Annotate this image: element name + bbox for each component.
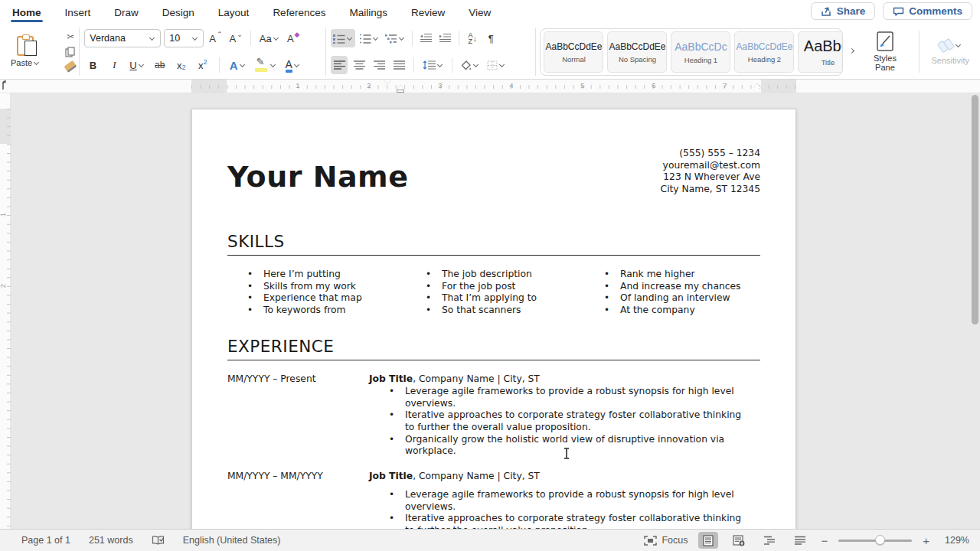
multilevel-list-icon [385, 34, 397, 44]
tab-view[interactable]: View [467, 2, 492, 23]
numbered-list-icon [359, 34, 371, 44]
skill-item: And increase my chances [584, 281, 760, 293]
align-center-button[interactable] [351, 56, 368, 74]
zoom-out-button[interactable]: − [821, 534, 828, 547]
first-line-indent-marker[interactable] [384, 80, 391, 84]
bullet-list-icon [333, 34, 345, 44]
experience-title: Job Title, Company Name | City, ST [369, 373, 760, 385]
show-paragraph-marks-button[interactable]: ¶ [482, 29, 499, 47]
line-spacing-button[interactable] [420, 56, 446, 74]
styles-pane-button[interactable]: Styles Pane [859, 31, 910, 72]
sort-button[interactable]: AZ↓ [464, 29, 481, 47]
style-normal[interactable]: AaBbCcDdEe Normal [544, 31, 603, 73]
copy-icon [65, 47, 76, 57]
zoom-slider[interactable] [838, 540, 912, 542]
print-layout-view-button[interactable] [698, 532, 718, 549]
left-indent-marker[interactable] [397, 90, 404, 93]
style-heading-2[interactable]: AaBbCcDdEe Heading 2 [734, 31, 794, 73]
style-heading-1[interactable]: AaBbCcDc Heading 1 [671, 31, 730, 73]
tab-mailings[interactable]: Mailings [348, 2, 389, 23]
menu-bar: Home Insert Draw Design Layout Reference… [0, 0, 980, 24]
align-left-button[interactable] [331, 56, 348, 74]
tab-design[interactable]: Design [161, 2, 196, 23]
status-bar: Page 1 of 1 251 words English (United St… [0, 529, 980, 551]
tab-review[interactable]: Review [410, 2, 446, 23]
highlight-button[interactable]: ✎ [253, 56, 279, 74]
web-layout-view-button[interactable] [729, 532, 749, 549]
page[interactable]: Your Name (555) 555 – 1234 youremail@tes… [191, 109, 796, 529]
format-painter-button[interactable] [65, 60, 76, 73]
outline-view-button[interactable] [760, 532, 779, 549]
tab-insert[interactable]: Insert [64, 2, 93, 23]
page-count[interactable]: Page 1 of 1 [21, 535, 70, 546]
increase-indent-button[interactable] [436, 29, 454, 47]
subscript-button[interactable]: x2 [173, 56, 190, 74]
experience-dates: MM/YYYY – MM/YYYY [227, 470, 369, 529]
clear-formatting-button[interactable]: A◆ [285, 29, 302, 47]
tab-selector-icon[interactable] [2, 80, 10, 90]
zoom-in-button[interactable]: + [923, 534, 929, 547]
share-icon [821, 6, 832, 17]
zoom-slider-thumb[interactable] [875, 535, 885, 545]
paste-button[interactable]: Paste [8, 29, 43, 74]
comment-icon [893, 6, 904, 17]
underline-button[interactable]: U [127, 56, 146, 74]
horizontal-ruler[interactable]: 1 2 3 4 5 6 7 [0, 80, 980, 93]
comments-button[interactable]: Comments [883, 2, 972, 20]
italic-button[interactable]: I [106, 56, 122, 74]
shading-button[interactable] [459, 56, 482, 74]
experience-bullets: Leverage agile frameworks to provide a r… [369, 489, 746, 529]
experience-heading: EXPERIENCE [227, 337, 760, 360]
experience-bullets: Leverage agile frameworks to provide a r… [369, 386, 746, 458]
tab-home[interactable]: Home [11, 2, 43, 23]
contact-email: youremail@test.com [661, 160, 760, 172]
align-right-button[interactable] [371, 56, 387, 74]
ribbon: Paste ✂ Verdana 10 A⌃ A⌄ Aa A◆ B I U ab … [0, 24, 980, 80]
font-size-select[interactable]: 10 [164, 29, 204, 47]
grow-font-button[interactable]: A⌃ [207, 29, 224, 47]
justify-button[interactable] [390, 56, 407, 74]
strikethrough-button[interactable]: ab [152, 56, 168, 74]
vertical-scrollbar[interactable] [972, 95, 978, 324]
borders-button[interactable] [485, 56, 508, 74]
cut-button[interactable]: ✂ [65, 30, 76, 44]
style-no-spacing[interactable]: AaBbCcDdEe No Spacing [607, 31, 667, 73]
proofing-icon[interactable] [152, 536, 165, 546]
font-color-button[interactable]: A [283, 56, 302, 74]
style-title[interactable]: AaBbC Title [798, 31, 842, 73]
shrink-font-button[interactable]: A⌄ [227, 29, 244, 47]
bold-button[interactable]: B [84, 56, 101, 74]
experience-bullet: Iterative approaches to corporate strate… [369, 513, 746, 529]
skill-item: So that scanners [406, 305, 584, 317]
bullets-button[interactable] [331, 29, 355, 47]
clipboard-group: Paste ✂ [8, 26, 76, 77]
superscript-button[interactable]: x2 [194, 56, 211, 74]
tab-references[interactable]: References [271, 2, 327, 23]
skill-item: Of landing an interview [584, 292, 760, 305]
decrease-indent-button[interactable] [417, 29, 435, 47]
right-indent-marker[interactable] [753, 83, 761, 88]
skill-item: To keywords from [227, 305, 406, 317]
sensitivity-button[interactable]: Sensitivity [926, 38, 974, 65]
numbering-button[interactable] [357, 29, 381, 47]
font-name-select[interactable]: Verdana [84, 29, 161, 47]
styles-gallery-more-button[interactable] [849, 48, 854, 54]
focus-button[interactable]: Focus [644, 535, 688, 546]
draft-view-button[interactable] [790, 532, 810, 549]
experience-bullet: Iterative approaches to corporate strate… [369, 409, 746, 433]
tab-layout[interactable]: Layout [217, 2, 251, 23]
tab-draw[interactable]: Draw [113, 2, 140, 23]
copy-button[interactable] [65, 45, 76, 59]
skill-item: Rank me higher [584, 269, 760, 281]
change-case-button[interactable]: Aa [257, 29, 282, 47]
word-count[interactable]: 251 words [89, 535, 133, 546]
document-canvas[interactable]: Your Name (555) 555 – 1234 youremail@tes… [0, 93, 980, 529]
skill-item: At the company [584, 305, 760, 317]
share-button[interactable]: Share [811, 2, 876, 20]
multilevel-list-button[interactable] [383, 29, 407, 47]
zoom-level[interactable]: 129% [940, 535, 969, 546]
styles-gallery: AaBbCcDdEe Normal AaBbCcDdEe No Spacing … [540, 28, 842, 76]
language-status[interactable]: English (United States) [183, 535, 281, 546]
vertical-ruler[interactable]: 1 2 [0, 93, 11, 529]
text-effects-button[interactable]: A [227, 56, 248, 74]
